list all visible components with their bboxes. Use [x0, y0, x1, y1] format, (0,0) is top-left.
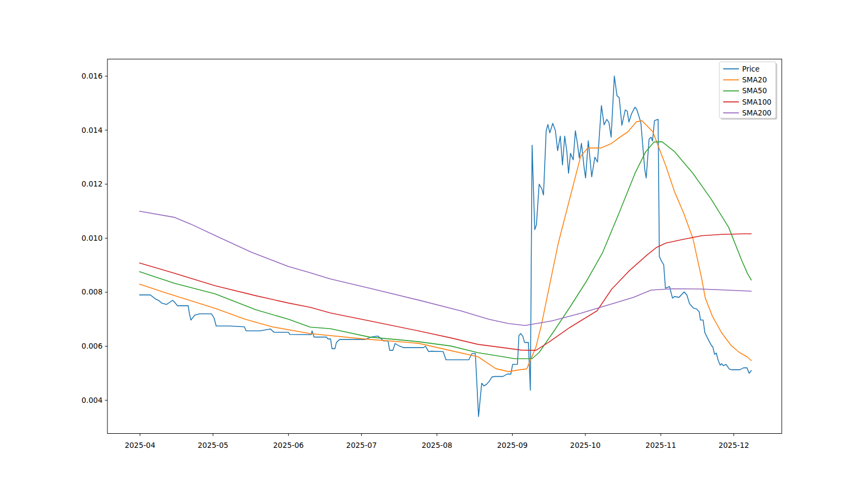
y-tick-label: 0.012	[81, 179, 103, 188]
price-sma-line-chart: 2025-042025-052025-062025-072025-082025-…	[0, 0, 868, 488]
figure-canvas: 2025-042025-052025-062025-072025-082025-…	[0, 0, 868, 488]
sma200-line	[139, 211, 751, 326]
y-axis: 0.0040.0060.0080.0100.0120.0140.016	[81, 72, 107, 404]
x-axis: 2025-042025-052025-062025-072025-082025-…	[125, 434, 749, 450]
x-tick-label: 2025-12	[718, 441, 749, 450]
legend-label-sma50: SMA50	[742, 87, 767, 95]
y-tick-label: 0.004	[81, 396, 103, 404]
x-tick-label: 2025-09	[497, 441, 527, 450]
y-tick-label: 0.014	[81, 126, 103, 134]
legend-label-price: Price	[742, 65, 760, 73]
x-tick-label: 2025-06	[273, 441, 304, 450]
legend-label-sma100: SMA100	[742, 98, 771, 106]
x-tick-label: 2025-05	[197, 441, 228, 450]
y-tick-label: 0.016	[81, 72, 103, 80]
x-tick-label: 2025-08	[422, 441, 452, 450]
y-tick-label: 0.010	[81, 234, 103, 242]
legend-label-sma20: SMA20	[742, 76, 767, 84]
legend: PriceSMA20SMA50SMA100SMA200	[719, 62, 777, 120]
x-tick-label: 2025-04	[125, 441, 155, 450]
x-tick-label: 2025-11	[646, 441, 676, 450]
x-tick-label: 2025-10	[570, 441, 601, 450]
plot-series	[139, 76, 751, 416]
x-tick-label: 2025-07	[346, 441, 376, 450]
legend-label-sma200: SMA200	[742, 109, 771, 117]
plot-border	[107, 59, 782, 434]
y-tick-label: 0.008	[81, 287, 103, 296]
y-tick-label: 0.006	[81, 342, 103, 350]
